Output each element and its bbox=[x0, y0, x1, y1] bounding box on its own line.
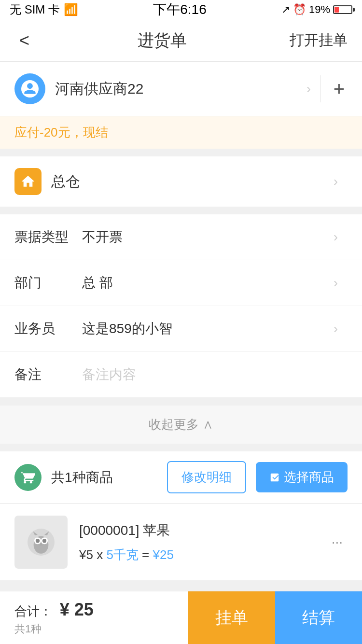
checkout-button[interactable]: 结算 bbox=[275, 591, 362, 644]
add-supplier-button[interactable]: + bbox=[320, 75, 348, 102]
warehouse-name: 总仓 bbox=[51, 172, 334, 192]
form-section: 票据类型 不开票 › 部门 总 部 › 业务员 这是859的小智 › 备注 备注… bbox=[0, 214, 362, 398]
collapse-row[interactable]: 收起更多 ∧ bbox=[0, 406, 362, 444]
product-item: [0000001] 苹果 ¥5 x 5千克 = ¥25 ··· bbox=[0, 504, 362, 580]
remark-label: 备注 bbox=[14, 365, 82, 384]
salesperson-label: 业务员 bbox=[14, 320, 82, 338]
invoice-chevron-icon: › bbox=[334, 229, 338, 245]
user-icon bbox=[23, 82, 37, 96]
collapse-label: 收起更多 ∧ bbox=[149, 416, 213, 433]
battery-icon bbox=[333, 5, 352, 14]
supplier-section: 河南供应商22 › + 应付-20元，现结 bbox=[0, 62, 362, 149]
svg-point-4 bbox=[36, 539, 40, 543]
salesperson-value: 这是859的小智 bbox=[82, 320, 334, 338]
department-value: 总 部 bbox=[82, 274, 334, 292]
cart-icon bbox=[21, 470, 35, 485]
product-count-text: 共1种商品 bbox=[51, 468, 157, 487]
nav-bar: < 进货单 打开挂单 bbox=[0, 19, 362, 62]
home-icon bbox=[20, 174, 36, 189]
footer: 合计： ¥ 25 共1种 挂单 结算 bbox=[0, 591, 362, 644]
price-multiply: x bbox=[97, 547, 106, 562]
svg-point-5 bbox=[42, 539, 46, 543]
supplier-notice: 应付-20元，现结 bbox=[0, 116, 362, 149]
invoice-type-label: 票据类型 bbox=[14, 228, 82, 246]
price-qty: 5千克 bbox=[106, 547, 138, 562]
remark-row[interactable]: 备注 备注内容 bbox=[0, 352, 362, 398]
status-right: ↗ ⏰ 19% bbox=[281, 3, 352, 16]
product-count-icon bbox=[14, 464, 42, 491]
open-hang-button[interactable]: 打开挂单 bbox=[290, 30, 348, 50]
warehouse-icon bbox=[14, 168, 42, 195]
select-product-label: 选择商品 bbox=[284, 469, 334, 486]
alarm-icon: ⏰ bbox=[293, 3, 306, 16]
product-apple: 苹果 bbox=[143, 523, 170, 538]
battery-text: 19% bbox=[309, 3, 330, 16]
remark-placeholder: 备注内容 bbox=[82, 365, 348, 384]
department-chevron-icon: › bbox=[334, 275, 338, 291]
location-icon: ↗ bbox=[281, 3, 290, 16]
product-info: [0000001] 苹果 ¥5 x 5千克 = ¥25 bbox=[79, 521, 327, 563]
invoice-type-row[interactable]: 票据类型 不开票 › bbox=[0, 214, 362, 260]
chevron-right-icon: › bbox=[306, 81, 311, 97]
page-title: 进货单 bbox=[138, 29, 187, 52]
salesperson-chevron-icon: › bbox=[334, 321, 338, 336]
hang-button[interactable]: 挂单 bbox=[188, 591, 275, 644]
supplier-row[interactable]: 河南供应商22 › + bbox=[0, 62, 362, 116]
product-image-placeholder bbox=[24, 525, 58, 559]
product-header: 共1种商品 修改明细 选择商品 bbox=[0, 451, 362, 503]
total-amount: ¥ 25 bbox=[60, 600, 94, 619]
product-more-button[interactable]: ··· bbox=[327, 530, 348, 555]
product-id: [0000001] bbox=[79, 523, 139, 538]
status-time: 下午6:16 bbox=[153, 0, 207, 19]
total-label: 合计： bbox=[14, 604, 52, 618]
product-name: [0000001] 苹果 bbox=[79, 521, 327, 540]
status-left: 无 SIM 卡 📶 bbox=[10, 2, 78, 17]
avatar-inner bbox=[21, 80, 39, 98]
warehouse-section[interactable]: 总仓 › bbox=[0, 156, 362, 207]
department-row[interactable]: 部门 总 部 › bbox=[0, 260, 362, 306]
wifi-icon: 📶 bbox=[64, 3, 78, 16]
modify-detail-button[interactable]: 修改明细 bbox=[167, 461, 246, 493]
salesperson-row[interactable]: 业务员 这是859的小智 › bbox=[0, 306, 362, 352]
invoice-type-value: 不开票 bbox=[82, 228, 334, 246]
supplier-avatar bbox=[14, 73, 45, 104]
product-price: ¥5 x 5千克 = ¥25 bbox=[79, 546, 327, 563]
price-total: ¥25 bbox=[153, 547, 174, 562]
price-equals: = bbox=[142, 547, 153, 562]
select-icon bbox=[269, 472, 280, 483]
product-thumbnail bbox=[14, 516, 68, 569]
carrier-label: 无 SIM 卡 bbox=[10, 2, 60, 17]
select-product-button[interactable]: 选择商品 bbox=[256, 462, 348, 492]
footer-total: 合计： ¥ 25 共1种 bbox=[0, 600, 188, 636]
warehouse-chevron-icon: › bbox=[334, 174, 338, 189]
price-unit: ¥5 bbox=[79, 547, 93, 562]
department-label: 部门 bbox=[14, 274, 82, 292]
supplier-name: 河南供应商22 bbox=[55, 79, 306, 99]
total-count: 共1种 bbox=[14, 622, 174, 636]
back-button[interactable]: < bbox=[14, 26, 34, 56]
status-bar: 无 SIM 卡 📶 下午6:16 ↗ ⏰ 19% bbox=[0, 0, 362, 19]
